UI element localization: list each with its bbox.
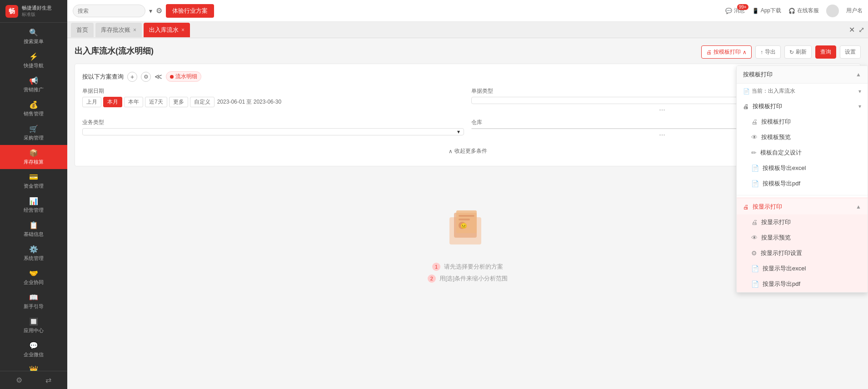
- sidebar-item-wechat[interactable]: 💬 企业微信: [0, 338, 67, 362]
- refresh-icon: ↻: [789, 49, 794, 55]
- date-btn-custom[interactable]: 自定义: [190, 97, 215, 107]
- tpl-preview-icon: 👁: [751, 134, 758, 141]
- sidebar-item-enterprise[interactable]: 🤝 企业协同: [0, 265, 67, 289]
- disp-preview-icon: 👁: [751, 234, 758, 241]
- sidebar-item-purchase[interactable]: 🛒 采购管理: [0, 121, 67, 145]
- sidebar-footer: ⚙ ⇄: [0, 371, 67, 389]
- current-chevron: ▾: [858, 88, 861, 95]
- settings-icon[interactable]: ⚙: [16, 376, 22, 384]
- sidebar-item-search[interactable]: 🔍 搜索菜单: [0, 25, 67, 49]
- topbar-settings-btn[interactable]: ⚙: [156, 6, 162, 15]
- step-num-2: 2: [428, 274, 436, 283]
- tab-home[interactable]: 首页: [71, 23, 94, 37]
- step-1-text: 请先选择要分析的方案: [444, 263, 503, 271]
- refresh-btn[interactable]: ↻ 刷新: [784, 45, 812, 59]
- tab-flow-close[interactable]: ×: [181, 27, 185, 33]
- sidebar-item-operations[interactable]: 📊 经营管理: [0, 193, 67, 217]
- export-btn[interactable]: ↑ 导出: [755, 45, 781, 59]
- business-select[interactable]: ▾: [82, 128, 464, 135]
- topbar-left: ▾ ⚙ 体验行业方案: [73, 4, 214, 18]
- print-item-template-print[interactable]: 🖨 按模板打印: [737, 114, 868, 130]
- search-dropdown-btn[interactable]: ▾: [149, 7, 152, 15]
- date-btn-current-year[interactable]: 本年: [124, 97, 143, 107]
- filter-field-business: 业务类型 ▾: [82, 119, 464, 135]
- sidebar-label-purchase: 采购管理: [24, 135, 44, 141]
- print-item-display-settings[interactable]: ⚙ 按显示打印设置: [737, 245, 868, 261]
- username: 用户名: [846, 7, 863, 15]
- svg-rect-2: [456, 210, 477, 233]
- sidebar-item-shortcut[interactable]: ⚡ 快捷导航: [0, 49, 67, 73]
- sidebar-label-sales: 销售管理: [24, 110, 44, 117]
- industry-btn[interactable]: 体验行业方案: [166, 4, 214, 18]
- sidebar-icon-search: 🔍: [29, 28, 38, 37]
- export-icon: ↑: [760, 49, 763, 55]
- sidebar-item-guide[interactable]: 📖 新手引导: [0, 289, 67, 314]
- sidebar-item-system[interactable]: ⚙️ 系统管理: [0, 241, 67, 265]
- sidebar-item-basic[interactable]: 📋 基础信息: [0, 217, 67, 241]
- template-print-label: 按模板打印: [753, 102, 782, 110]
- print-item-template-pdf[interactable]: 📄 按模板导出pdf: [737, 176, 868, 191]
- tpl-custom-label: 模板自定义设计: [760, 149, 802, 157]
- print-item-template-excel[interactable]: 📄 按模板导出excel: [737, 160, 868, 176]
- svg-rect-4: [459, 219, 470, 220]
- template-section-chevron: ▾: [858, 103, 861, 110]
- date-btn-more[interactable]: 更多: [169, 97, 188, 107]
- date-field-control: 上月 本月 本年 近7天 更多 自定义 2023-06-01 至 2023-06…: [82, 97, 464, 107]
- query-btn[interactable]: 查询: [815, 45, 836, 59]
- print-icon: 🖨: [706, 49, 712, 55]
- template-print-header[interactable]: 🖨 按模板打印 ▾: [737, 99, 868, 114]
- tab-batch[interactable]: 库存批次账 ×: [95, 23, 142, 37]
- filter-collapse-btn[interactable]: ≪: [155, 72, 162, 81]
- tab-maximize-btn[interactable]: ⤢: [858, 25, 864, 34]
- date-btn-last7[interactable]: 近7天: [145, 97, 167, 107]
- tab-restore-btn[interactable]: ✕: [849, 25, 855, 34]
- sidebar-item-inventory[interactable]: 📦 库存核算: [0, 145, 67, 169]
- sidebar-icon-system: ⚙️: [29, 245, 38, 254]
- print-item-template-custom[interactable]: ✏ 模板自定义设计: [737, 145, 868, 160]
- svg-rect-3: [459, 215, 474, 217]
- filter-tag[interactable]: 流水明细: [166, 71, 201, 82]
- current-icon: 📄: [743, 88, 750, 95]
- disp-pdf-label: 按显示导出pdf: [763, 280, 800, 288]
- disp-excel-label: 按显示导出excel: [763, 264, 806, 273]
- business-label: 业务类型: [82, 119, 464, 126]
- print-item-display-pdf[interactable]: 📄 按显示导出pdf: [737, 276, 868, 292]
- tab-home-label: 首页: [76, 26, 88, 34]
- online-support-item[interactable]: 🎧 在线客服: [788, 7, 819, 15]
- section-divider: [737, 195, 868, 195]
- sidebar-item-finance[interactable]: 💳 资金管理: [0, 169, 67, 193]
- filter-tag-label: 流水明细: [175, 73, 197, 80]
- tpl-preview-label: 按模板预览: [761, 133, 791, 141]
- query-label: 查询: [820, 48, 831, 56]
- sidebar-item-member[interactable]: 👑 畅会员: [0, 362, 67, 371]
- help-icon[interactable]: ⇄: [45, 376, 51, 384]
- settings-action-btn[interactable]: 设置: [840, 45, 861, 59]
- date-btn-current-month[interactable]: 本月: [103, 97, 122, 107]
- logo-text: 畅捷通好生意 标准版: [22, 5, 52, 18]
- message-item[interactable]: 💬 消息 99+: [725, 7, 745, 15]
- avatar[interactable]: [826, 5, 839, 17]
- display-print-header[interactable]: 🖨 按显示打印 ▲: [737, 199, 868, 214]
- empty-illustration: 😐: [440, 208, 495, 254]
- sidebar-logo: 畅 畅捷通好生意 标准版: [0, 0, 67, 23]
- tab-batch-close[interactable]: ×: [133, 27, 136, 33]
- print-item-display-print[interactable]: 🖨 按显示打印: [737, 214, 868, 230]
- sidebar-item-marketing[interactable]: 📢 营销推广: [0, 73, 67, 97]
- sidebar-item-apps[interactable]: 🔲 应用中心: [0, 314, 67, 338]
- search-input[interactable]: [73, 5, 145, 17]
- print-item-display-excel[interactable]: 📄 按显示导出excel: [737, 261, 868, 276]
- print-label: 按模板打印: [713, 48, 741, 56]
- print-btn[interactable]: 🖨 按模板打印 ∧: [701, 45, 752, 59]
- export-label: 导出: [765, 48, 776, 56]
- date-btn-last-month[interactable]: 上月: [82, 97, 101, 107]
- filter-settings-btn[interactable]: ⚙: [141, 72, 151, 82]
- sidebar-icon-purchase: 🛒: [29, 125, 38, 133]
- filter-add-btn[interactable]: +: [127, 72, 137, 82]
- sidebar-item-sales[interactable]: 💰 销售管理: [0, 97, 67, 121]
- print-item-template-preview[interactable]: 👁 按模板预览: [737, 130, 868, 145]
- step-num-1: 1: [432, 263, 440, 271]
- print-item-display-preview[interactable]: 👁 按显示预览: [737, 230, 868, 245]
- tab-flow[interactable]: 出入库流水 ×: [144, 23, 190, 37]
- sidebar-label-finance: 资金管理: [24, 183, 44, 190]
- app-download-item[interactable]: 📱 App下载: [752, 7, 781, 15]
